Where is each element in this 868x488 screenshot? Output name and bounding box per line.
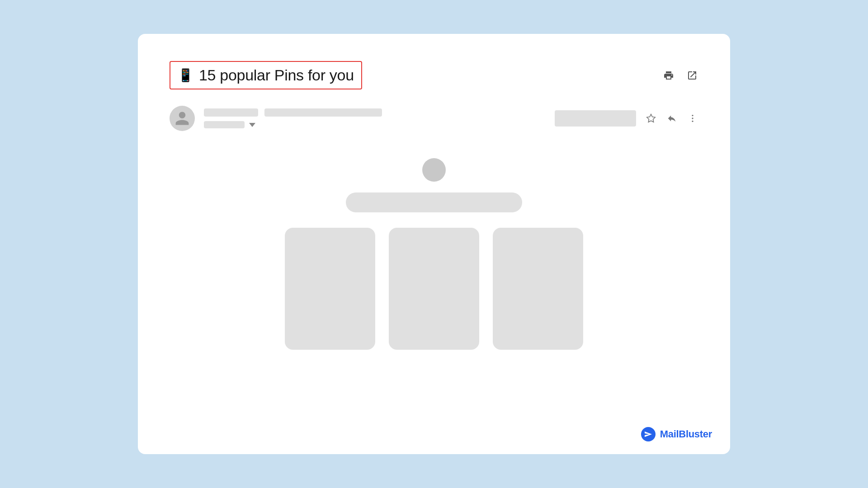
email-header-row: 📱 15 popular Pins for you bbox=[170, 61, 698, 89]
sender-row bbox=[170, 106, 698, 131]
skeleton-action-button bbox=[555, 110, 636, 127]
sender-right bbox=[555, 110, 698, 127]
skeleton-card-2 bbox=[389, 228, 479, 350]
skeleton-date bbox=[204, 121, 245, 128]
cards-row bbox=[285, 228, 583, 350]
sender-info bbox=[204, 108, 382, 128]
loading-circle bbox=[422, 158, 446, 182]
sender-name-row bbox=[204, 108, 382, 117]
svg-marker-0 bbox=[647, 114, 655, 122]
header-actions bbox=[662, 69, 698, 82]
skeleton-bar-primary bbox=[346, 192, 522, 212]
print-icon[interactable] bbox=[662, 69, 675, 82]
svg-point-1 bbox=[692, 115, 693, 116]
mailbluster-brand: MailBluster bbox=[641, 427, 712, 441]
svg-point-3 bbox=[692, 121, 693, 122]
dropdown-arrow-icon[interactable] bbox=[249, 123, 255, 127]
mailbluster-logo-icon bbox=[641, 427, 656, 441]
skeleton-sender-email bbox=[264, 108, 382, 117]
email-viewer-card: 📱 15 popular Pins for you bbox=[138, 34, 730, 454]
subject-icon: 📱 bbox=[178, 69, 193, 82]
avatar bbox=[170, 106, 195, 131]
skeleton-sender-name bbox=[204, 108, 258, 117]
sender-left bbox=[170, 106, 382, 131]
reply-icon[interactable] bbox=[666, 113, 678, 124]
skeleton-card-3 bbox=[493, 228, 583, 350]
svg-point-2 bbox=[692, 117, 693, 119]
email-body bbox=[170, 149, 698, 350]
svg-point-4 bbox=[641, 427, 656, 441]
email-subject-box: 📱 15 popular Pins for you bbox=[170, 61, 362, 89]
more-options-icon[interactable] bbox=[687, 113, 698, 124]
email-subject-text: 15 popular Pins for you bbox=[199, 66, 354, 84]
star-icon[interactable] bbox=[645, 113, 657, 124]
skeleton-card-1 bbox=[285, 228, 375, 350]
open-external-icon[interactable] bbox=[686, 69, 698, 82]
brand-name: MailBluster bbox=[660, 428, 712, 440]
